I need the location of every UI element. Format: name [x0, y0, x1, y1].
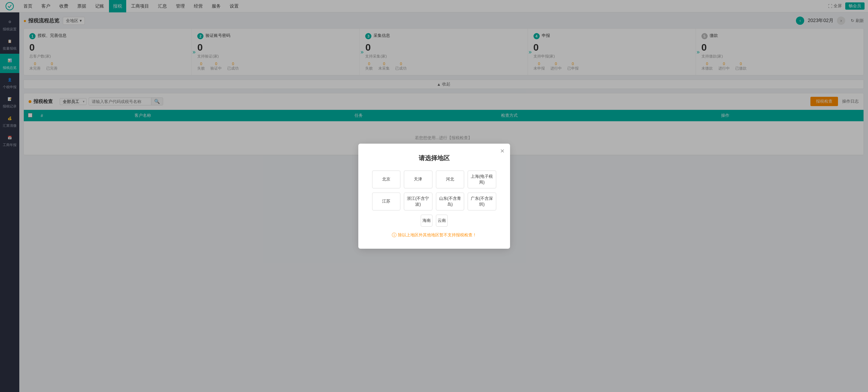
warning-text: ⓘ 除以上地区外其他地区暂不支持报税检查！ [372, 232, 496, 238]
region-row-1: 北京天津河北上海(电子税局) [372, 171, 496, 188]
region-row-3: 海南云南 [372, 215, 496, 227]
region-btn-云南[interactable]: 云南 [436, 215, 448, 227]
region-btn-北京[interactable]: 北京 [372, 171, 401, 188]
region-btn-山东(不含青岛)[interactable]: 山东(不含青岛) [436, 193, 465, 210]
region-btn-河北[interactable]: 河北 [436, 171, 465, 188]
region-btn-浙江(不含宁波)[interactable]: 浙江(不含宁波) [404, 193, 432, 210]
modal-close-btn[interactable]: ✕ [500, 148, 505, 154]
region-btn-海南[interactable]: 海南 [421, 215, 432, 227]
region-btn-江苏[interactable]: 江苏 [372, 193, 401, 210]
region-btn-天津[interactable]: 天津 [404, 171, 432, 188]
region-btn-上海(电子税局)[interactable]: 上海(电子税局) [468, 171, 496, 188]
region-row-2: 江苏浙江(不含宁波)山东(不含青岛)广东(不含深圳) [372, 193, 496, 210]
region-modal-overlay[interactable]: ✕ 请选择地区 北京天津河北上海(电子税局) 江苏浙江(不含宁波)山东(不含青岛… [0, 0, 868, 392]
warning-icon: ⓘ [392, 232, 397, 238]
modal-title: 请选择地区 [372, 154, 496, 162]
region-modal: ✕ 请选择地区 北京天津河北上海(电子税局) 江苏浙江(不含宁波)山东(不含青岛… [358, 144, 510, 249]
region-btn-广东(不含深圳)[interactable]: 广东(不含深圳) [468, 193, 496, 210]
